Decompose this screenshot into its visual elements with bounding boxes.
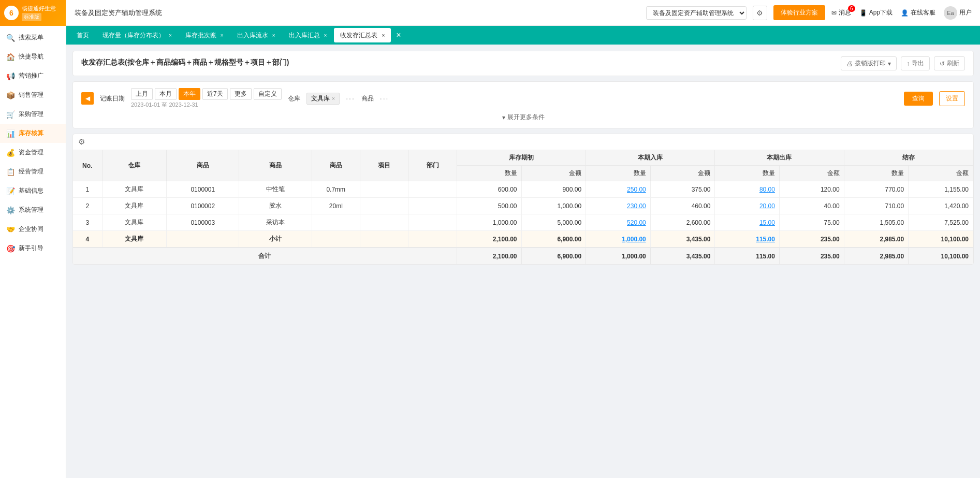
query-button[interactable]: 查询 xyxy=(904,92,933,106)
refresh-button[interactable]: ↺ 刷新 xyxy=(934,56,965,70)
sidebar-item-sales[interactable]: 📦 销售管理 xyxy=(0,85,66,105)
cell-opening-amt: 900.00 xyxy=(521,181,586,198)
tab-stock-dist-label: 现存量（库存分布表） xyxy=(103,31,165,40)
sidebar-item-basicinfo[interactable]: 📝 基础信息 xyxy=(0,181,66,200)
cell-no: 1 xyxy=(73,181,102,198)
tab-stock-dist-close[interactable]: × xyxy=(169,33,172,38)
data-table: No. 仓库 商品 商品 商品 项目 部门 库存期初 本期入库 本期出库 结存 … xyxy=(73,150,973,264)
cell-product: 采访本 xyxy=(239,214,312,231)
date-btn-cur[interactable]: 本月 xyxy=(155,88,177,100)
sidebar-item-label: 企业协同 xyxy=(19,225,43,234)
content-area: 收发存汇总表(按仓库＋商品编码＋商品＋规格型号＋项目＋部门) 🖨 拨锁版打印 ▾… xyxy=(66,45,980,478)
cell-dept xyxy=(408,214,457,231)
cell-spec xyxy=(312,214,360,231)
date-btn-more[interactable]: 更多 xyxy=(230,88,252,100)
col-header-code: 商品 xyxy=(167,150,239,181)
sidebar-item-system[interactable]: ⚙️ 系统管理 xyxy=(0,200,66,220)
tabbar-close-button[interactable]: × xyxy=(396,31,401,40)
cell-balance-qty: 2,985.00 xyxy=(844,231,909,248)
sidebar-item-collab[interactable]: 🤝 企业协同 xyxy=(0,220,66,239)
sidebar-item-label: 快捷导航 xyxy=(19,52,43,61)
cell-in-qty: 1,000.00 xyxy=(586,231,651,248)
system-name: 装备及固定资产辅助管理系统 xyxy=(75,8,640,18)
sidebar-item-quicknav[interactable]: 🏠 快捷导航 xyxy=(0,47,66,66)
warehouse-more-dots[interactable]: ··· xyxy=(346,94,355,103)
cell-warehouse: 文具库 xyxy=(102,181,167,198)
sidebar-item-inventory[interactable]: 📊 库存核算 xyxy=(0,124,66,143)
export-label: 导出 xyxy=(912,59,924,68)
cell-no: 2 xyxy=(73,198,102,214)
sidebar-item-search[interactable]: 🔍 搜索菜单 xyxy=(0,28,66,47)
service-button[interactable]: 👤 在线客服 xyxy=(901,8,935,17)
cell-balance-amt: 1,155.00 xyxy=(909,181,973,198)
date-btn-up[interactable]: 上月 xyxy=(131,88,153,100)
tab-stock-dist[interactable]: 现存量（库存分布表） × xyxy=(96,28,178,42)
tab-inout-flow[interactable]: 出入库流水 × xyxy=(231,28,282,42)
in-qty-link[interactable]: 520.00 xyxy=(627,219,646,226)
sidebar-item-finance[interactable]: 💰 资金管理 xyxy=(0,143,66,162)
export-button[interactable]: ↑ 导出 xyxy=(901,56,930,70)
date-btn-7d[interactable]: 近7天 xyxy=(202,88,228,100)
product-more-dots[interactable]: ··· xyxy=(380,94,389,103)
cell-code: 0100001 xyxy=(167,181,239,198)
sidebar-item-marketing[interactable]: 📢 营销推广 xyxy=(0,66,66,85)
warehouse-tag-close[interactable]: × xyxy=(332,95,335,102)
tab-inout-summary[interactable]: 出入库汇总 × xyxy=(283,28,333,42)
tab-batch-close[interactable]: × xyxy=(221,33,224,38)
cell-balance-qty: 710.00 xyxy=(844,198,909,214)
sidebar-item-label: 经营管理 xyxy=(19,167,43,176)
user-menu[interactable]: Ea 用户 xyxy=(944,6,972,20)
sidebar-item-label: 采购管理 xyxy=(19,110,43,119)
col-group-opening: 库存期初 xyxy=(457,150,586,166)
product-filter-label: 商品 xyxy=(361,94,374,103)
date-btn-year[interactable]: 本年 xyxy=(179,88,200,100)
cell-project xyxy=(360,231,408,248)
date-btn-custom[interactable]: 自定义 xyxy=(254,88,282,100)
sidebar-item-guide[interactable]: 🎯 新手引导 xyxy=(0,239,66,258)
out-qty-link[interactable]: 115.00 xyxy=(756,236,775,243)
print-mode-button[interactable]: 🖨 拨锁版打印 ▾ xyxy=(841,56,897,70)
cell-spec xyxy=(312,231,360,248)
cell-in-amt: 2,600.00 xyxy=(650,214,715,231)
out-qty-link[interactable]: 80.00 xyxy=(759,186,775,193)
cell-code xyxy=(167,231,239,248)
operations-icon: 📋 xyxy=(6,168,14,176)
page-header-right: 🖨 拨锁版打印 ▾ ↑ 导出 ↺ 刷新 xyxy=(841,56,965,70)
cell-out-qty: 20.00 xyxy=(715,198,780,214)
topbar-gear-button[interactable]: ⚙ xyxy=(753,6,767,20)
tab-batch[interactable]: 库存批次账 × xyxy=(179,28,230,42)
cell-warehouse: 文具库 xyxy=(102,231,167,248)
tab-recv-send[interactable]: 收发存汇总表 × xyxy=(334,28,391,42)
sidebar-item-operations[interactable]: 📋 经营管理 xyxy=(0,162,66,181)
marketing-icon: 📢 xyxy=(6,72,14,80)
sidebar-nav: 🔍 搜索菜单 🏠 快捷导航 📢 营销推广 📦 销售管理 🛒 采购管理 📊 库存核… xyxy=(0,26,66,478)
filter-setting-button[interactable]: 设置 xyxy=(939,91,965,106)
in-qty-link[interactable]: 1,000.00 xyxy=(622,236,646,243)
tab-inout-flow-close[interactable]: × xyxy=(272,33,275,38)
out-qty-link[interactable]: 20.00 xyxy=(759,202,775,210)
system-select[interactable]: 装备及固定资产辅助管理系统 xyxy=(646,6,747,20)
topbar-right: ✉ 消息 6 📱 App下载 👤 在线客服 Ea 用户 xyxy=(831,6,972,20)
in-qty-link[interactable]: 230.00 xyxy=(627,202,646,210)
app-download-button[interactable]: 📱 App下载 xyxy=(859,8,893,17)
out-qty-link[interactable]: 15.00 xyxy=(759,219,775,226)
sidebar-item-purchase[interactable]: 🛒 采购管理 xyxy=(0,105,66,124)
footer-balance-amt: 10,100.00 xyxy=(909,248,973,264)
in-qty-link[interactable]: 250.00 xyxy=(627,186,646,193)
message-button[interactable]: ✉ 消息 6 xyxy=(831,8,851,17)
filter-collapse-button[interactable]: ◀ xyxy=(81,92,94,105)
tabbar: 首页 现存量（库存分布表） × 库存批次账 × 出入库流水 × 出入库汇总 × … xyxy=(66,26,980,45)
col-subheader-opening-amt: 金额 xyxy=(521,166,586,181)
col-header-no: No. xyxy=(73,150,102,181)
trial-button[interactable]: 体验行业方案 xyxy=(773,5,825,20)
cell-balance-amt: 7,525.00 xyxy=(909,214,973,231)
tab-home[interactable]: 首页 xyxy=(70,28,95,42)
col-header-product: 商品 xyxy=(239,150,312,181)
tab-recv-send-close[interactable]: × xyxy=(382,33,385,38)
cell-out-amt: 40.00 xyxy=(779,198,844,214)
tab-inout-summary-close[interactable]: × xyxy=(324,33,327,38)
expand-conditions-button[interactable]: ▾ 展开更多条件 xyxy=(502,113,545,122)
cell-in-amt: 3,435.00 xyxy=(650,231,715,248)
table-gear-icon[interactable]: ⚙ xyxy=(78,137,85,147)
cell-project xyxy=(360,198,408,214)
